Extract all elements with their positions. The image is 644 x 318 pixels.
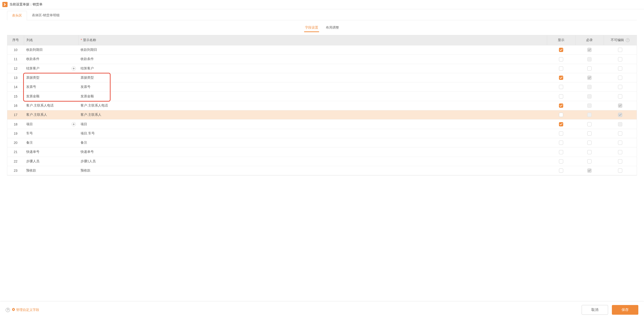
checkbox-noedit[interactable] [618,168,622,173]
expand-panel-button[interactable] [2,2,8,7]
cell-display-name[interactable]: 收款到期日 [78,45,547,54]
checkbox-show[interactable] [559,85,563,89]
cell-seq: 14 [7,82,24,92]
table-row[interactable]: 21快递单号快递单号 [7,148,637,157]
col-header-show: 显示 [547,35,575,45]
checkbox-noedit[interactable] [618,150,622,154]
checkbox-show[interactable] [559,66,563,71]
cell-display-name[interactable]: 快递单号 [78,148,547,157]
cell-name: 预收款 [24,166,78,175]
add-child-button[interactable] [72,122,76,126]
cell-show [547,64,575,73]
table-row[interactable]: 16客户.主联系人电话客户.主联系人电话 [7,101,637,110]
cell-required [575,157,604,166]
tab-0[interactable]: 表头区 [7,11,27,20]
checkbox-required[interactable] [587,159,592,164]
cell-required [575,92,604,101]
cell-display-name[interactable]: 结算客户 [78,64,547,73]
checkbox-show[interactable] [559,94,563,98]
cell-display-name[interactable]: 收款条件 [78,54,547,64]
table-row[interactable]: 23预收款预收款 [7,166,637,175]
col-header-display-name: *显示名称 [78,35,547,45]
checkbox-required [587,48,592,52]
help-icon[interactable]: ? [626,38,630,42]
checkbox-required[interactable] [587,66,592,71]
cell-seq: 19 [7,129,24,138]
add-child-button[interactable] [72,66,76,71]
checkbox-show[interactable] [559,122,563,126]
checkbox-required [587,113,592,117]
cell-display-name[interactable]: 客户.主联系人电话 [78,101,547,110]
cell-seq: 15 [7,92,24,101]
checkbox-noedit[interactable] [618,57,622,62]
checkbox-noedit[interactable] [618,76,622,80]
table-row[interactable]: 22步骤人员步骤1人员 [7,157,637,166]
checkbox-show[interactable] [559,57,563,62]
cell-display-name[interactable]: 项目.车号 [78,129,547,138]
cell-show [547,92,575,101]
subtab-0[interactable]: 字段设置 [304,24,319,32]
cell-name: 车号 [24,129,78,138]
cell-noedit [604,45,637,54]
checkbox-show[interactable] [559,131,563,136]
table-row[interactable]: 10收款到期日收款到期日 [7,45,637,54]
checkbox-noedit[interactable] [618,48,622,52]
cell-seq: 18 [7,120,24,129]
checkbox-noedit[interactable] [618,140,622,145]
cell-required [575,120,604,129]
cell-display-name[interactable]: 客户.主联系人 [78,110,547,120]
save-button[interactable]: 保存 [612,305,638,315]
table-row[interactable]: 17客户.主联系人客户.主联系人 [7,110,637,120]
table-row[interactable]: 12结算客户结算客户 [7,64,637,73]
cell-show [547,54,575,64]
checkbox-required[interactable] [587,122,592,126]
cell-display-name[interactable]: 票据类型 [78,73,547,82]
table-row[interactable]: 14发票号发票号 [7,82,637,92]
cell-display-name[interactable]: 发票号 [78,82,547,92]
cell-noedit [604,110,637,120]
table-row[interactable]: 18项目项目 [7,120,637,129]
checkbox-required[interactable] [587,140,592,145]
cell-required [575,64,604,73]
footer-help-icon[interactable]: ? [6,308,10,312]
checkbox-required[interactable] [587,150,592,154]
subtab-1[interactable]: 布局调整 [325,24,340,32]
cancel-button[interactable]: 取消 [582,305,608,315]
cell-display-name[interactable]: 步骤1人员 [78,157,547,166]
table-row[interactable]: 19车号项目.车号 [7,129,637,138]
cell-noedit [604,166,637,175]
checkbox-noedit[interactable] [618,66,622,71]
checkbox-noedit[interactable] [618,131,622,136]
checkbox-show[interactable] [559,48,563,52]
cell-name: 收款到期日 [24,45,78,54]
table-row[interactable]: 13票据类型票据类型 [7,73,637,82]
cell-display-name[interactable]: 发票金额 [78,92,547,101]
cell-required [575,101,604,110]
cell-display-name[interactable]: 预收款 [78,166,547,175]
checkbox-show[interactable] [559,76,563,80]
cell-name: 票据类型 [24,73,78,82]
cell-noedit [604,54,637,64]
checkbox-show[interactable] [559,168,563,173]
checkbox-show[interactable] [559,150,563,154]
cell-display-name[interactable]: 备注 [78,138,547,147]
table-row[interactable]: 20备注备注 [7,138,637,147]
cell-show [547,45,575,54]
cell-display-name[interactable]: 项目 [78,120,547,129]
tab-1[interactable]: 表体区-销货单明细 [27,11,64,20]
checkbox-noedit[interactable] [618,159,622,164]
checkbox-show[interactable] [559,140,563,145]
table-row[interactable]: 11收款条件收款条件 [7,54,637,64]
cell-noedit [604,129,637,138]
checkbox-required[interactable] [587,131,592,136]
table-row[interactable]: 15发票金额发票金额 [7,92,637,101]
checkbox-show[interactable] [559,159,563,164]
checkbox-noedit[interactable] [618,94,622,98]
checkbox-noedit[interactable] [618,85,622,89]
checkbox-show[interactable] [559,113,563,117]
cell-seq: 16 [7,101,24,110]
col-header-required: 必录 [575,35,604,45]
manage-custom-fields-link[interactable]: 管理自定义字段 [12,308,39,312]
cell-required [575,73,604,82]
checkbox-show[interactable] [559,104,563,108]
